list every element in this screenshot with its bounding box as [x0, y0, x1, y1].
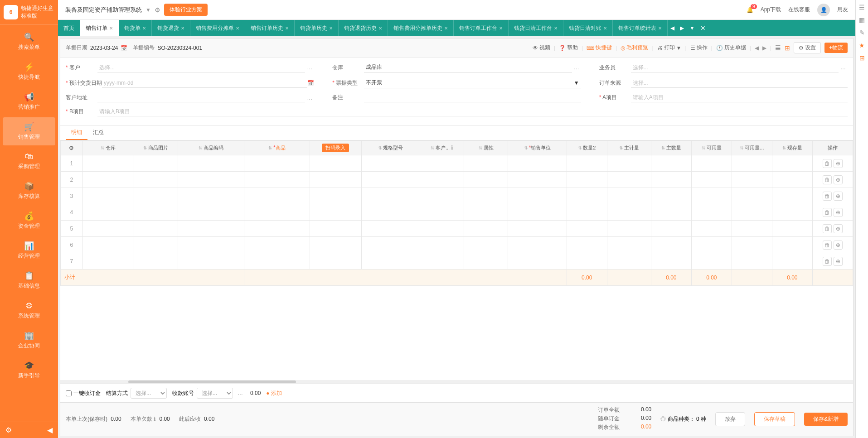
profit-action[interactable]: ◎ 毛利预览: [621, 44, 648, 52]
tab-order-workbench[interactable]: 销售订单工作台 ✕: [454, 20, 509, 36]
tab-prev-btn[interactable]: ◀: [668, 20, 677, 36]
nav-prev-icon[interactable]: ◀: [755, 45, 759, 51]
right-icon-star[interactable]: ★: [857, 40, 868, 51]
customer-input[interactable]: [97, 63, 305, 72]
tab-sales-expense[interactable]: 销售费用分摊单 ✕: [190, 20, 245, 36]
payment-method-select[interactable]: 选择...: [131, 388, 167, 399]
row-copy-btn[interactable]: ⊕: [834, 257, 843, 266]
preview-action[interactable]: 👁 视频: [533, 44, 550, 52]
row-copy-btn[interactable]: ⊕: [834, 241, 843, 250]
customer-more-icon[interactable]: …: [305, 64, 314, 71]
sidebar-item-guide[interactable]: 🎓 新手引导: [3, 356, 55, 384]
history-action[interactable]: 🕐 历史单据: [716, 44, 746, 52]
row-delete-btn[interactable]: 🗑: [823, 208, 832, 217]
row-copy-btn[interactable]: ⊕: [834, 192, 843, 201]
sidebar-item-purchase[interactable]: 🛍 采购管理: [3, 147, 55, 175]
save-draft-button[interactable]: 保存草稿: [754, 412, 795, 426]
sidebar-item-inventory[interactable]: 📦 库存核算: [3, 177, 55, 205]
setting-button[interactable]: ⚙ 设置: [794, 42, 821, 53]
row-delete-btn[interactable]: 🗑: [823, 241, 832, 250]
operate-action[interactable]: ☰ 操作: [690, 44, 708, 52]
add-button[interactable]: ● 添加: [266, 390, 281, 397]
detail-tab-summary[interactable]: 汇总: [87, 126, 109, 140]
order-source-input[interactable]: [631, 78, 848, 88]
right-icon-edit[interactable]: ✎: [857, 27, 868, 38]
row-delete-btn[interactable]: 🗑: [823, 192, 832, 201]
row-delete-btn[interactable]: 🗑: [823, 159, 832, 168]
tab-close-icon[interactable]: ✕: [499, 26, 503, 31]
tab-close-icon[interactable]: ✕: [444, 26, 448, 31]
row-copy-btn[interactable]: ⊕: [834, 208, 843, 217]
warehouse-value[interactable]: 成品库: [364, 62, 572, 73]
row-delete-btn[interactable]: 🗑: [823, 224, 832, 233]
shortcut-action[interactable]: ⌨ 快捷键: [587, 44, 612, 52]
right-icon-columns[interactable]: ▦: [857, 14, 868, 25]
right-icon-list[interactable]: ☰: [857, 2, 868, 13]
tab-home[interactable]: 首页: [58, 20, 80, 36]
a-project-input[interactable]: [631, 93, 848, 102]
invoice-type-select[interactable]: 不开票 ▼: [364, 77, 581, 88]
sidebar-item-search[interactable]: 🔍 搜索菜单: [3, 28, 55, 56]
sidebar-item-quicknav[interactable]: ⚡ 快捷导航: [3, 58, 55, 86]
gear-icon[interactable]: ⚙: [69, 145, 74, 151]
address-input[interactable]: [97, 93, 305, 102]
tab-close-icon[interactable]: ✕: [181, 26, 184, 31]
sidebar-item-basicinfo[interactable]: 📋 基础信息: [3, 266, 55, 294]
tab-more-btn[interactable]: ▼: [687, 20, 698, 36]
calendar-icon[interactable]: 📅: [121, 45, 127, 51]
detail-tab-detail[interactable]: 明细: [66, 126, 87, 140]
bill-date-value[interactable]: 2023-03-24: [90, 45, 118, 51]
tab-order-history[interactable]: 销售订单历史 ✕: [245, 20, 295, 36]
tab-order-statistics[interactable]: 销售订单统计表 ✕: [613, 20, 668, 36]
row-copy-btn[interactable]: ⊕: [834, 159, 843, 168]
layout-grid-icon[interactable]: ⊞: [785, 44, 790, 52]
solution-btn[interactable]: 体验行业方案: [164, 4, 208, 16]
tab-close-icon[interactable]: ✕: [658, 26, 662, 31]
b-project-input[interactable]: [97, 107, 848, 116]
sidebar-item-finance[interactable]: 💰 资金管理: [3, 207, 55, 235]
tab-close-icon[interactable]: ✕: [285, 26, 289, 31]
warehouse-more-icon[interactable]: …: [572, 64, 581, 71]
tab-close-icon[interactable]: ✕: [236, 26, 239, 31]
sidebar-item-enterprise[interactable]: 🏢 企业协同: [3, 326, 55, 354]
receipt-account-select[interactable]: 选择...: [197, 388, 233, 399]
notification-bell[interactable]: 🔔 9: [747, 7, 753, 13]
date-picker-icon[interactable]: 📅: [307, 80, 314, 86]
salesperson-more-icon[interactable]: …: [839, 64, 848, 71]
nav-next-icon[interactable]: ▶: [762, 45, 766, 51]
tab-invoice-history[interactable]: 销货单历史 ✕: [295, 20, 339, 36]
one-click-pay-checkbox[interactable]: 一键收订金: [66, 390, 101, 397]
tab-close-icon[interactable]: ✕: [329, 26, 333, 31]
online-service-link[interactable]: 在线客服: [788, 6, 810, 14]
tab-close-icon[interactable]: ✕: [603, 26, 607, 31]
row-copy-btn[interactable]: ⊕: [834, 175, 843, 184]
sidebar-item-marketing[interactable]: 📢 营销推广: [3, 87, 55, 116]
gear-settings-icon[interactable]: ⚙: [155, 6, 160, 14]
salesperson-input[interactable]: [631, 63, 839, 72]
tab-sales-order[interactable]: 销售订单 ✕: [80, 20, 119, 36]
tab-daily-reconcile[interactable]: 钱货日清对账 ✕: [563, 20, 613, 36]
tab-close-icon[interactable]: ✕: [142, 26, 146, 31]
address-more-icon[interactable]: …: [305, 95, 314, 101]
tab-expense-history[interactable]: 销售费用分摊单历史 ✕: [388, 20, 454, 36]
settings-gear-icon[interactable]: ⚙: [5, 426, 12, 434]
add-row-button[interactable]: +物流: [824, 43, 848, 53]
help-action[interactable]: ❓ 帮助: [559, 44, 578, 52]
sidebar-item-sales[interactable]: 🛒 销售管理: [3, 117, 55, 145]
receipt-more-icon[interactable]: …: [236, 390, 245, 396]
user-avatar[interactable]: 👤: [817, 4, 830, 16]
expected-date-input[interactable]: [102, 78, 307, 88]
tab-return-history[interactable]: 销货退货历史 ✕: [339, 20, 388, 36]
row-copy-btn[interactable]: ⊕: [834, 224, 843, 233]
row-delete-btn[interactable]: 🗑: [823, 257, 832, 266]
tab-close-icon[interactable]: ✕: [109, 26, 113, 31]
right-icon-grid[interactable]: ⊞: [857, 53, 868, 63]
discard-button[interactable]: 放弃: [715, 412, 745, 426]
tab-close-all-btn[interactable]: ✕: [698, 20, 708, 36]
tab-close-icon[interactable]: ✕: [554, 26, 558, 31]
sidebar-item-operations[interactable]: 📊 经营管理: [3, 236, 55, 265]
sidebar-item-system[interactable]: ⚙ 系统管理: [3, 296, 55, 324]
print-dropdown-icon[interactable]: ▼: [676, 45, 682, 51]
tab-close-icon[interactable]: ✕: [378, 26, 382, 31]
tab-sales-invoice[interactable]: 销货单 ✕: [119, 20, 152, 36]
